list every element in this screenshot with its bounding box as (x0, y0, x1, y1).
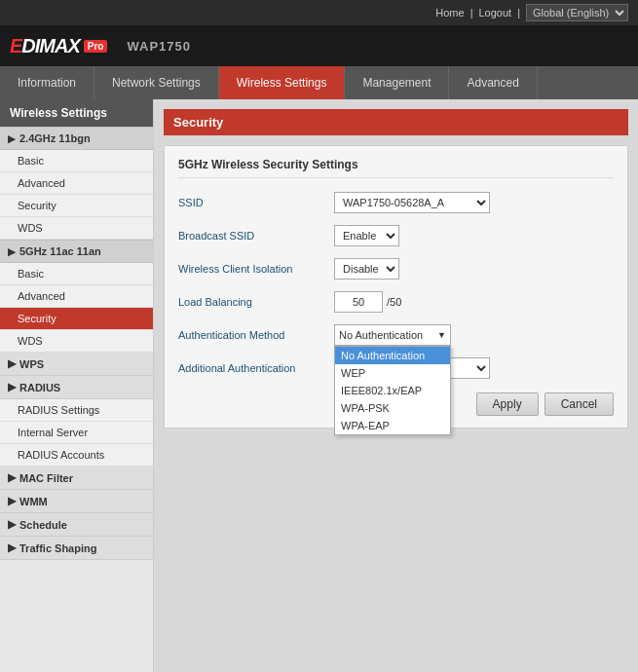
sidebar-group-5ghz[interactable]: ▶ 5GHz 11ac 11an (0, 240, 153, 263)
ssid-select[interactable]: WAP1750-05628A_A (334, 192, 490, 213)
auth-option-wep[interactable]: WEP (335, 364, 450, 382)
auth-method-label: Authentication Method (178, 329, 334, 341)
sidebar-section-traffic-shaping[interactable]: ▶ Traffic Shaping (0, 537, 153, 560)
load-balancing-control: /50 (334, 291, 401, 313)
load-balancing-input[interactable] (334, 291, 383, 313)
client-isolation-control: Disable Enable (334, 258, 399, 280)
arrow-wps: ▶ (8, 357, 16, 370)
sidebar: Wireless Settings ▶ 2.4GHz 11bgn Basic A… (0, 99, 154, 672)
settings-box-title: 5GHz Wireless Security Settings (178, 158, 614, 178)
separator2: | (517, 7, 520, 19)
nav-information[interactable]: Information (0, 66, 94, 99)
auth-method-value: No Authentication (339, 329, 423, 341)
nav-management[interactable]: Management (345, 66, 449, 99)
sidebar-item-advanced-5g[interactable]: Advanced (0, 285, 153, 308)
mac-filter-label: MAC Filter (19, 472, 73, 484)
arrow-radius: ▶ (8, 381, 16, 393)
sidebar-item-internal-server[interactable]: Internal Server (0, 422, 153, 444)
header: EDIMAX Pro WAP1750 (0, 25, 638, 66)
sidebar-item-basic-2g[interactable]: Basic (0, 150, 153, 172)
add-auth-label: Additional Authentication (178, 362, 334, 374)
broadcast-ssid-control: Enable Disable (334, 225, 399, 246)
sidebar-section-schedule[interactable]: ▶ Schedule (0, 513, 153, 537)
auth-method-control: No Authentication ▼ No Authentication WE… (334, 324, 451, 346)
logo-pro: Pro (84, 40, 108, 53)
home-link[interactable]: Home (435, 7, 464, 19)
sidebar-item-wds-2g[interactable]: WDS (0, 217, 153, 240)
schedule-label: Schedule (19, 519, 67, 531)
sidebar-section-mac-filter[interactable]: ▶ MAC Filter (0, 467, 153, 490)
load-balancing-max: /50 (387, 296, 401, 308)
auth-method-display[interactable]: No Authentication ▼ (334, 324, 451, 346)
nav-network-settings[interactable]: Network Settings (94, 66, 219, 99)
auth-option-no-auth[interactable]: No Authentication (335, 347, 450, 364)
separator1: | (470, 7, 473, 19)
auth-option-wpa-psk[interactable]: WPA-PSK (335, 399, 450, 417)
sidebar-item-wds-5g[interactable]: WDS (0, 330, 153, 353)
arrow-traffic: ▶ (8, 541, 16, 554)
client-isolation-row: Wireless Client Isolation Disable Enable (178, 256, 614, 281)
main-layout: Wireless Settings ▶ 2.4GHz 11bgn Basic A… (0, 99, 638, 672)
sidebar-title: Wireless Settings (0, 99, 153, 127)
sidebar-item-radius-settings[interactable]: RADIUS Settings (0, 399, 153, 422)
arrow-5ghz: ▶ (8, 246, 16, 257)
sidebar-item-advanced-2g[interactable]: Advanced (0, 172, 153, 195)
load-balancing-label: Load Balancing (178, 296, 334, 308)
nav-advanced[interactable]: Advanced (449, 66, 537, 99)
content-title: Security (164, 109, 628, 135)
top-bar: Home | Logout | Global (English) (0, 0, 638, 25)
auth-method-arrow: ▼ (437, 330, 446, 340)
client-isolation-label: Wireless Client Isolation (178, 263, 334, 275)
wmm-label: WMM (19, 496, 48, 507)
load-balancing-row: Load Balancing /50 (178, 289, 614, 315)
logout-link[interactable]: Logout (478, 7, 511, 19)
sidebar-section-wmm[interactable]: ▶ WMM (0, 490, 153, 513)
cancel-button[interactable]: Cancel (544, 392, 614, 416)
model-name: WAP1750 (127, 39, 191, 54)
auth-option-wpa-eap[interactable]: WPA-EAP (335, 417, 450, 434)
wps-label: WPS (19, 358, 44, 370)
sidebar-group-2ghz[interactable]: ▶ 2.4GHz 11bgn (0, 127, 153, 150)
nav-wireless-settings[interactable]: Wireless Settings (219, 66, 346, 99)
radius-label: RADIUS (19, 382, 60, 393)
arrow-mac: ▶ (8, 471, 16, 484)
group-label-2ghz: 2.4GHz 11bgn (19, 132, 91, 144)
auth-option-ieee8021x[interactable]: IEEE802.1x/EAP (335, 382, 450, 399)
ssid-control: WAP1750-05628A_A (334, 192, 490, 213)
logo-edimax: EDIMAX (10, 35, 80, 57)
sidebar-item-security-5g[interactable]: Security (0, 308, 153, 330)
arrow-wmm: ▶ (8, 495, 16, 507)
sidebar-section-radius[interactable]: ▶ RADIUS (0, 376, 153, 399)
broadcast-ssid-select[interactable]: Enable Disable (334, 225, 399, 246)
ssid-label: SSID (178, 197, 334, 208)
sidebar-item-security-2g[interactable]: Security (0, 195, 153, 217)
logo: EDIMAX Pro (10, 35, 107, 57)
arrow-schedule: ▶ (8, 518, 16, 531)
arrow-2ghz: ▶ (8, 133, 16, 144)
nav-bar: Information Network Settings Wireless Se… (0, 66, 638, 99)
settings-box: 5GHz Wireless Security Settings SSID WAP… (164, 145, 628, 429)
language-select[interactable]: Global (English) (526, 4, 628, 21)
broadcast-ssid-row: Broadcast SSID Enable Disable (178, 223, 614, 248)
broadcast-ssid-label: Broadcast SSID (178, 230, 334, 242)
auth-method-row: Authentication Method No Authentication … (178, 322, 614, 348)
group-label-5ghz: 5GHz 11ac 11an (19, 245, 101, 257)
client-isolation-select[interactable]: Disable Enable (334, 258, 399, 280)
ssid-row: SSID WAP1750-05628A_A (178, 190, 614, 215)
sidebar-item-radius-accounts[interactable]: RADIUS Accounts (0, 444, 153, 467)
traffic-shaping-label: Traffic Shaping (19, 542, 96, 554)
apply-button[interactable]: Apply (476, 392, 539, 416)
sidebar-item-basic-5g[interactable]: Basic (0, 263, 153, 285)
auth-method-dropdown: No Authentication WEP IEEE802.1x/EAP WPA… (334, 346, 451, 435)
sidebar-section-wps[interactable]: ▶ WPS (0, 353, 153, 376)
content-area: Security 5GHz Wireless Security Settings… (154, 99, 638, 672)
